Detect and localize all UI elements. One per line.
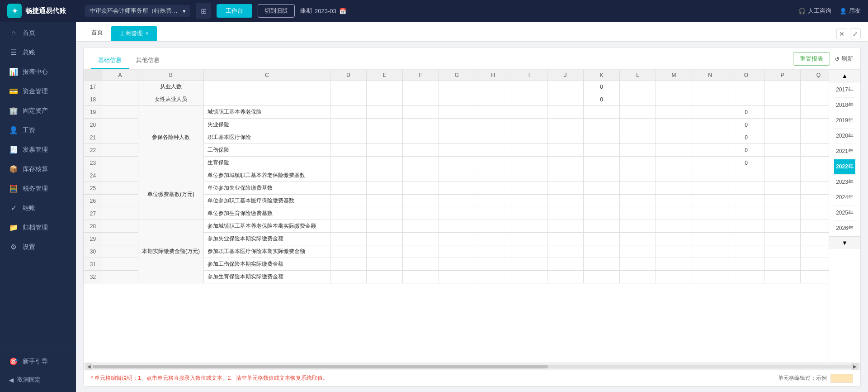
cell-d[interactable] [330, 93, 367, 106]
cell-m[interactable] [656, 157, 692, 169]
cell-d[interactable] [330, 131, 367, 144]
cell-n[interactable] [692, 119, 728, 131]
cell-h[interactable] [475, 233, 511, 245]
cell-j[interactable] [547, 169, 584, 182]
cell-h[interactable] [475, 93, 511, 106]
cell-p[interactable] [764, 258, 801, 271]
cell-k[interactable] [584, 157, 620, 169]
cell-o[interactable] [728, 81, 764, 93]
cell-m[interactable] [656, 119, 692, 131]
cell-n[interactable] [692, 157, 728, 169]
cell-m[interactable] [656, 106, 692, 119]
cell-h[interactable] [475, 271, 511, 283]
cell-f[interactable] [403, 220, 439, 233]
cell-c[interactable]: 生育保险 [204, 157, 330, 169]
cell-j[interactable] [547, 258, 584, 271]
cell-c[interactable]: 单位参加失业保险缴费基数 [204, 182, 330, 195]
cell-d[interactable] [330, 106, 367, 119]
cell-a[interactable] [102, 169, 138, 182]
cell-e[interactable] [367, 271, 403, 283]
cell-d[interactable] [330, 81, 367, 93]
cell-p[interactable] [764, 81, 801, 93]
cell-c[interactable]: 城镇职工基本养老保险 [204, 106, 330, 119]
cell-e[interactable] [367, 157, 403, 169]
cell-o[interactable] [728, 258, 764, 271]
cell-p[interactable] [764, 245, 801, 258]
cell-k[interactable] [584, 233, 620, 245]
cell-q[interactable] [801, 169, 829, 182]
cell-l[interactable] [620, 207, 656, 220]
cell-n[interactable] [692, 207, 728, 220]
cell-d[interactable] [330, 233, 367, 245]
cell-o[interactable]: 0 [728, 119, 764, 131]
cell-g[interactable] [439, 195, 475, 207]
cell-j[interactable] [547, 245, 584, 258]
cell-c[interactable]: 单位参加城镇职工基本养老保险缴费基数 [204, 169, 330, 182]
cell-p[interactable] [764, 119, 801, 131]
cell-d[interactable] [330, 144, 367, 157]
year-item-2020年[interactable]: 2020年 [834, 129, 855, 144]
year-nav-up[interactable]: ▲ [829, 70, 860, 82]
cell-h[interactable] [475, 182, 511, 195]
cell-i[interactable] [511, 207, 547, 220]
cell-e[interactable] [367, 169, 403, 182]
close-panel-button[interactable]: ✕ [836, 29, 847, 39]
cell-p[interactable] [764, 220, 801, 233]
cell-k[interactable] [584, 245, 620, 258]
switch-version-button[interactable]: 切到旧版 [258, 4, 295, 18]
cell-o[interactable] [728, 245, 764, 258]
cell-n[interactable] [692, 195, 728, 207]
cell-g[interactable] [439, 271, 475, 283]
cell-e[interactable] [367, 233, 403, 245]
cell-q[interactable] [801, 157, 829, 169]
cell-c[interactable]: 单位参加生育保险缴费基数 [204, 207, 330, 220]
cell-c[interactable]: 参加生育保险本期实际缴费金额 [204, 271, 330, 283]
cell-f[interactable] [403, 169, 439, 182]
cell-f[interactable] [403, 144, 439, 157]
cell-j[interactable] [547, 233, 584, 245]
user-menu[interactable]: 👤 用友 [840, 7, 861, 15]
cell-e[interactable] [367, 131, 403, 144]
cell-d[interactable] [330, 220, 367, 233]
cell-p[interactable] [764, 93, 801, 106]
year-item-2021年[interactable]: 2021年 [834, 144, 855, 159]
cell-m[interactable] [656, 245, 692, 258]
cell-j[interactable] [547, 207, 584, 220]
cell-i[interactable] [511, 195, 547, 207]
cell-k[interactable] [584, 220, 620, 233]
cell-o[interactable]: 0 [728, 144, 764, 157]
cell-e[interactable] [367, 106, 403, 119]
horizontal-scrollbar[interactable]: ◀ ▶ [84, 363, 860, 370]
cell-a[interactable] [102, 233, 138, 245]
cell-n[interactable] [692, 271, 728, 283]
cell-k[interactable] [584, 195, 620, 207]
cell-l[interactable] [620, 119, 656, 131]
cell-a[interactable] [102, 119, 138, 131]
cell-o[interactable] [728, 233, 764, 245]
cell-j[interactable] [547, 81, 584, 93]
subtab-other[interactable]: 其他信息 [129, 53, 167, 69]
cell-a[interactable] [102, 93, 138, 106]
cell-c[interactable]: 单位参加职工基本医疗保险缴费基数 [204, 195, 330, 207]
cell-i[interactable] [511, 144, 547, 157]
cell-a[interactable] [102, 220, 138, 233]
cell-j[interactable] [547, 131, 584, 144]
company-selector[interactable]: 中审众环会计师事务所（特殊普通合伙... ▾ [85, 5, 190, 17]
sidebar-item-inventory[interactable]: 📦 库存核算 [0, 159, 76, 179]
calendar-icon[interactable]: 📅 [339, 8, 346, 14]
cell-i[interactable] [511, 169, 547, 182]
cell-f[interactable] [403, 93, 439, 106]
tab-home[interactable]: 首页 [83, 25, 111, 41]
cell-m[interactable] [656, 258, 692, 271]
cell-n[interactable] [692, 93, 728, 106]
sidebar-item-invoice[interactable]: 🧾 发票管理 [0, 140, 76, 159]
cell-p[interactable] [764, 131, 801, 144]
scroll-right-arrow[interactable]: ▶ [851, 363, 859, 370]
year-item-2022年[interactable]: 2022年 [834, 159, 855, 175]
cell-q[interactable] [801, 119, 829, 131]
cell-c[interactable] [204, 93, 330, 106]
scroll-thumb[interactable] [93, 365, 548, 368]
sidebar-item-report[interactable]: 📊 报表中心 [0, 62, 76, 81]
cell-k[interactable] [584, 106, 620, 119]
cell-k[interactable] [584, 119, 620, 131]
